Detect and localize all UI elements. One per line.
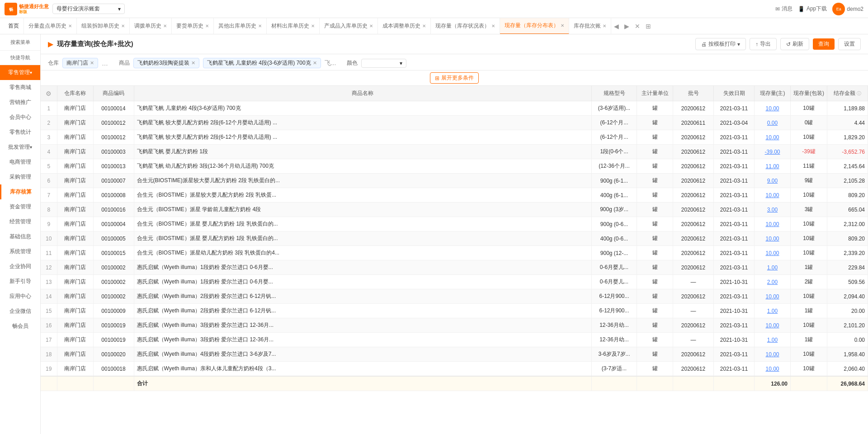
cell-qty[interactable]: 10.00	[755, 362, 791, 377]
sidebar-item-inventory[interactable]: 库存核算	[0, 184, 40, 199]
sidebar-item-marketing[interactable]: 营销推广	[0, 95, 40, 110]
tab-1-close[interactable]: ✕	[68, 24, 72, 28]
settings-btn[interactable]: 设置	[838, 38, 861, 50]
warehouse-filter-tag[interactable]: 南岸门店 ✕	[62, 58, 98, 68]
tab-2[interactable]: 组装拆卸单历史 ✕	[77, 18, 130, 34]
tab-11[interactable]: 库存批次账 ✕	[569, 18, 611, 34]
query-btn[interactable]: 查询	[813, 38, 835, 50]
sidebar-item-retail-mall[interactable]: 零售商城	[0, 80, 40, 95]
tab-7[interactable]: 产成品入库单历史 ✕	[320, 18, 378, 34]
cell-qty[interactable]: -39.00	[755, 145, 791, 159]
goods-filter-tag-2[interactable]: 飞鹤星飞帆 儿童奶粉 4段(3-6岁适用) 700克 ✕	[203, 58, 321, 68]
sidebar-item-retail-stats[interactable]: 零售统计	[0, 125, 40, 140]
tab-7-close[interactable]: ✕	[369, 24, 373, 28]
cell-qty[interactable]: 10.00	[755, 246, 791, 260]
cell-qty[interactable]: 9.00	[755, 174, 791, 188]
sidebar-item-wholesale[interactable]: 批发管理 ▾	[0, 140, 40, 155]
table-row: 8 南岸门店 00100016 合生元（BIOSTIME）派星 学龄前儿童配方奶…	[41, 203, 868, 217]
sidebar-item-basic-info[interactable]: 基础信息	[0, 229, 40, 244]
cell-qty[interactable]: 11.00	[755, 159, 791, 174]
tab-next-btn[interactable]: ▶	[622, 23, 632, 30]
search-menu[interactable]: 搜索菜单	[0, 34, 40, 51]
org-arrow-icon: ▾	[118, 6, 121, 12]
cell-qty[interactable]: 10.00	[755, 130, 791, 145]
cell-qty[interactable]: 0.00	[755, 116, 791, 130]
tab-10-close[interactable]: ✕	[561, 23, 564, 28]
cell-qty[interactable]: 10.00	[755, 188, 791, 203]
tab-6[interactable]: 材料出库单历史 ✕	[267, 18, 320, 34]
cell-qty[interactable]: 1.00	[755, 304, 791, 318]
cell-warehouse: 南岸门店	[57, 231, 93, 246]
tab-2-close[interactable]: ✕	[121, 24, 125, 28]
cell-qty[interactable]: 1.00	[755, 333, 791, 347]
cell-qty-pkg: 10罐	[791, 130, 827, 145]
warehouse-remove-btn[interactable]: ✕	[90, 60, 94, 66]
cell-qty[interactable]: 10.00	[755, 347, 791, 362]
tab-8[interactable]: 成本调整单历史 ✕	[378, 18, 431, 34]
th-amount-info-icon[interactable]: ⓘ	[857, 91, 861, 96]
goods-tag-2-remove-btn[interactable]: ✕	[313, 60, 317, 66]
org-selector[interactable]: 母婴行业演示账套 ▾	[52, 4, 125, 14]
sidebar-item-ecommerce[interactable]: 电商管理	[0, 155, 40, 170]
goods-tag-1-remove-btn[interactable]: ✕	[191, 60, 195, 66]
sidebar-item-enterprise[interactable]: 企业协同	[0, 259, 40, 274]
sidebar-item-finance[interactable]: 资金管理	[0, 199, 40, 214]
expand-bar: ⊞ 展开更多条件	[41, 71, 868, 86]
tab-5[interactable]: 其他出库单历史 ✕	[214, 18, 267, 34]
table-settings-icon[interactable]: ⚙	[46, 90, 52, 97]
cell-qty[interactable]: 10.00	[755, 231, 791, 246]
cell-unit: 罐	[637, 101, 673, 116]
tab-3-close[interactable]: ✕	[163, 24, 167, 28]
sidebar-item-retail-mgmt[interactable]: 零售管理 ▾	[0, 65, 40, 80]
cell-qty[interactable]: 10.00	[755, 101, 791, 116]
tab-prev-btn[interactable]: ◀	[611, 23, 622, 30]
print-btn[interactable]: 🖨 按模板打印 ▾	[695, 38, 746, 50]
app-download-btn[interactable]: 📱 App下载	[798, 5, 827, 13]
tab-11-close[interactable]: ✕	[603, 24, 606, 28]
tab-close-all-btn[interactable]: ✕	[632, 23, 643, 30]
cell-qty[interactable]: 3.00	[755, 203, 791, 217]
expand-conditions-btn[interactable]: ⊞ 展开更多条件	[430, 72, 479, 84]
goods-more-btn[interactable]: 飞...	[325, 59, 336, 67]
sidebar-item-operations[interactable]: 经营管理	[0, 214, 40, 229]
sidebar-item-app-center[interactable]: 应用中心	[0, 289, 40, 304]
user-area[interactable]: Ea demo2	[832, 3, 863, 15]
expand-sidebar-btn[interactable]: ▶	[48, 40, 53, 48]
sidebar-item-guide[interactable]: 新手引导	[0, 274, 40, 289]
cell-batch: 20200612	[673, 174, 714, 188]
sidebar-item-member-center[interactable]: 会员中心	[0, 110, 40, 125]
tab-1[interactable]: 分量盘点单历史 ✕	[24, 18, 77, 34]
refresh-btn[interactable]: ↺ 刷新	[780, 38, 809, 50]
tab-4[interactable]: 要货单历史 ✕	[172, 18, 214, 34]
sidebar-item-vip[interactable]: 畅会员	[0, 319, 40, 334]
tab-5-close[interactable]: ✕	[258, 24, 262, 28]
quick-nav[interactable]: 快捷导航	[0, 51, 40, 65]
cell-qty[interactable]: 1.00	[755, 260, 791, 275]
cell-qty[interactable]: 2.00	[755, 275, 791, 289]
tab-3[interactable]: 调拨单历史 ✕	[130, 18, 172, 34]
message-btn[interactable]: ✉ 消息	[775, 5, 793, 13]
th-settings[interactable]: ⚙	[41, 86, 57, 101]
sidebar-item-system[interactable]: 系统管理	[0, 244, 40, 259]
cell-unit: 罐	[637, 159, 673, 174]
tab-9-close[interactable]: ✕	[491, 24, 495, 28]
warehouse-more-btn[interactable]: …	[102, 60, 108, 67]
tab-8-close[interactable]: ✕	[422, 24, 426, 28]
tab-9[interactable]: 现存量（库存状况表） ✕	[431, 18, 500, 34]
tab-home[interactable]: 首页	[4, 18, 24, 34]
cell-qty[interactable]: 10.00	[755, 318, 791, 333]
cell-qty[interactable]: 10.00	[755, 217, 791, 231]
goods-filter-tag-1[interactable]: 飞鹤奶粉3段陶瓷提装 ✕	[133, 58, 199, 68]
tab-6-close[interactable]: ✕	[311, 24, 315, 28]
cell-qty[interactable]: 10.00	[755, 289, 791, 304]
tab-menu-btn[interactable]: ⊞	[643, 23, 654, 30]
cell-warehouse: 南岸门店	[57, 289, 93, 304]
sidebar-item-enterprise-wechat[interactable]: 企业微信	[0, 304, 40, 319]
cell-unit: 罐	[637, 246, 673, 260]
footer-total-amount: 26,968.64	[827, 376, 868, 391]
export-btn[interactable]: ↑ 导出	[750, 38, 777, 50]
tab-4-close[interactable]: ✕	[205, 24, 209, 28]
sidebar-item-purchase[interactable]: 采购管理	[0, 170, 40, 184]
color-filter-select[interactable]: ▾	[361, 59, 406, 68]
tab-10[interactable]: 现存量（库存分布表） ✕	[500, 18, 569, 34]
